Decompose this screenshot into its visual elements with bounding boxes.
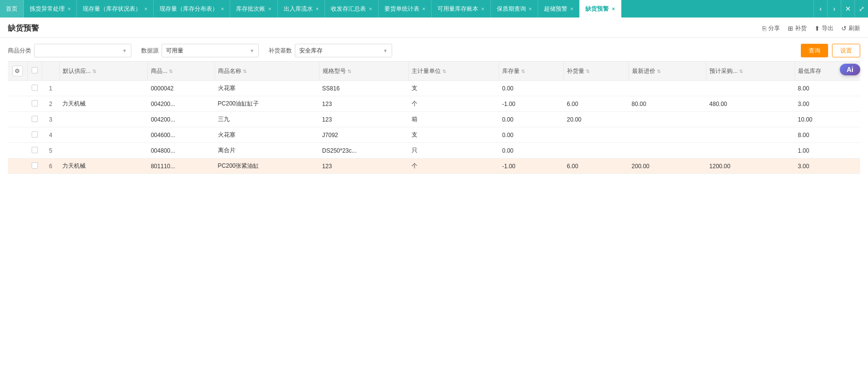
th-checkbox (27, 62, 42, 81)
row-checkbox-5[interactable] (32, 162, 38, 169)
cell-spec-4: DS250*23c... (319, 143, 408, 158)
data-source-filter-group: 数据源 可用量 ▼ (141, 44, 259, 57)
select-all-checkbox[interactable] (32, 67, 38, 73)
column-settings-button[interactable]: ⚙ (12, 66, 23, 76)
cell-replenish-0 (564, 81, 629, 96)
cell-num-1: 2 (42, 96, 59, 112)
cell-est-purchase-2 (706, 112, 795, 127)
tab-demand-stat[interactable]: 要货单统计表 × (379, 0, 432, 18)
cell-code-0: 0000042 (148, 81, 215, 96)
cell-num-4: 5 (42, 143, 59, 158)
cell-checkbox-3 (27, 127, 42, 143)
sort-supplier-icon[interactable]: ⇅ (92, 69, 96, 74)
refresh-icon: ↺ (841, 25, 847, 32)
tab-close-available-ledger[interactable]: × (481, 6, 484, 12)
tab-maximize-button[interactable]: ⤢ (854, 0, 868, 18)
tab-bar: 首页 拣货异常处理 × 现存量（库存状况表） × 现存量（库存分布表） × 库存… (0, 0, 868, 18)
tab-batch-account[interactable]: 库存批次账 × (230, 0, 277, 18)
cell-name-3: 火花塞 (215, 127, 320, 143)
refresh-button[interactable]: ↺ 刷新 (841, 24, 860, 33)
cell-price-0 (629, 81, 706, 96)
cell-supplier-0 (59, 81, 148, 96)
tab-prev-button[interactable]: ‹ (814, 0, 827, 18)
tab-expiry-query[interactable]: 保质期查询 × (491, 0, 538, 18)
sort-replenish-icon[interactable]: ⇅ (586, 69, 590, 74)
tab-close-all-button[interactable]: ✕ (841, 0, 854, 18)
row-checkbox-2[interactable] (32, 116, 38, 122)
row-checkbox-4[interactable] (32, 147, 38, 153)
replenish-base-select[interactable]: 安全库存 ▼ (295, 44, 392, 57)
cell-replenish-3 (564, 127, 629, 143)
replenish-icon: ⊞ (788, 25, 793, 32)
tab-close-in-out-flow[interactable]: × (316, 6, 319, 12)
sort-price-icon[interactable]: ⇅ (657, 69, 661, 74)
sort-spec-icon[interactable]: ⇅ (347, 69, 351, 74)
tab-close-demand-stat[interactable]: × (422, 6, 425, 12)
category-dropdown-icon: ▼ (122, 48, 127, 53)
tab-next-button[interactable]: › (827, 0, 841, 18)
row-checkbox-0[interactable] (32, 85, 38, 91)
th-product-code: 商品... ⇅ (148, 62, 215, 81)
ai-button[interactable]: Ai (840, 64, 860, 75)
cell-settings-5 (8, 158, 27, 174)
sort-code-icon[interactable]: ⇅ (169, 69, 173, 74)
replenish-button[interactable]: ⊞ 补货 (788, 24, 807, 33)
tab-close-expiry-query[interactable]: × (529, 6, 532, 12)
tab-inventory-status[interactable]: 现存量（库存状况表） × (77, 0, 153, 18)
cell-settings-1 (8, 96, 27, 112)
tab-overstock-warning[interactable]: 超储预警 × (538, 0, 579, 18)
sort-stock-icon[interactable]: ⇅ (521, 69, 525, 74)
header-actions: ⎘ 分享 ⊞ 补货 ⬆ 导出 ↺ 刷新 (762, 24, 860, 33)
sort-name-icon[interactable]: ⇅ (243, 69, 247, 74)
export-button[interactable]: ⬆ 导出 (814, 24, 833, 33)
query-button[interactable]: 查询 (801, 44, 828, 57)
data-source-value: 可用量 (166, 47, 183, 55)
th-replenish-qty: 补货量 ⇅ (564, 62, 629, 81)
tab-error-handling[interactable]: 拣货异常处理 × (24, 0, 77, 18)
cell-spec-0: SS816 (319, 81, 408, 96)
cell-replenish-2: 20.00 (564, 112, 629, 127)
tab-shortage-warning[interactable]: 缺货预警 × (579, 0, 621, 18)
cell-name-5: PC200张紧油缸 (215, 158, 320, 174)
tab-close-receive-summary[interactable]: × (369, 6, 372, 12)
th-unit: 主计量单位 ⇅ (409, 62, 499, 81)
tab-available-ledger[interactable]: 可用量库存账本 × (432, 0, 490, 18)
tab-close-overstock-warning[interactable]: × (570, 6, 573, 12)
tab-inventory-dist[interactable]: 现存量（库存分布表） × (154, 0, 230, 18)
table-row: 6 力天机械 801110... PC200张紧油缸 123 个 -1.00 6… (8, 158, 860, 174)
sort-unit-icon[interactable]: ⇅ (442, 69, 446, 74)
tab-close-batch-account[interactable]: × (268, 6, 271, 12)
tab-close-shortage-warning[interactable]: × (612, 6, 615, 12)
row-checkbox-3[interactable] (32, 131, 38, 138)
cell-checkbox-1 (27, 96, 42, 112)
row-checkbox-1[interactable] (32, 100, 38, 106)
cell-name-2: 三九 (215, 112, 320, 127)
cell-min-stock-2: 10.00 (795, 112, 860, 127)
cell-min-stock-1: 3.00 (795, 96, 860, 112)
cell-stock-4: 0.00 (499, 143, 564, 158)
cell-supplier-5: 力天机械 (59, 158, 148, 174)
cell-unit-1: 个 (409, 96, 499, 112)
data-source-select[interactable]: 可用量 ▼ (162, 44, 259, 57)
share-button[interactable]: ⎘ 分享 (762, 24, 780, 33)
table-container: ⚙ 默认供应... ⇅ 商品... (0, 61, 868, 174)
table-row: 3 004200... 三九 123 箱 0.00 20.00 10.00 (8, 112, 860, 127)
category-filter-group: 商品分类 ▼ (8, 44, 131, 57)
tab-close-inventory-status[interactable]: × (144, 6, 147, 12)
filter-bar: 商品分类 ▼ 数据源 可用量 ▼ 补货基数 安全库存 ▼ 查询 设置 (0, 38, 868, 61)
cell-num-5: 6 (42, 158, 59, 174)
sort-est-purchase-icon[interactable]: ⇅ (739, 69, 743, 74)
main-table: ⚙ 默认供应... ⇅ 商品... (8, 61, 860, 174)
setting-button[interactable]: 设置 (832, 44, 860, 57)
category-select[interactable]: ▼ (34, 44, 131, 57)
tab-close-inventory-dist[interactable]: × (221, 6, 224, 12)
tab-in-out-flow[interactable]: 出入库流水 × (278, 0, 325, 18)
tab-home[interactable]: 首页 (0, 0, 24, 18)
cell-name-0: 火花塞 (215, 81, 320, 96)
export-icon: ⬆ (814, 25, 820, 32)
cell-min-stock-3: 8.00 (795, 127, 860, 143)
cell-stock-2: 0.00 (499, 112, 564, 127)
tab-close-error-handling[interactable]: × (68, 6, 71, 12)
tab-receive-summary[interactable]: 收发存汇总表 × (325, 0, 378, 18)
cell-code-5: 801110... (148, 158, 215, 174)
